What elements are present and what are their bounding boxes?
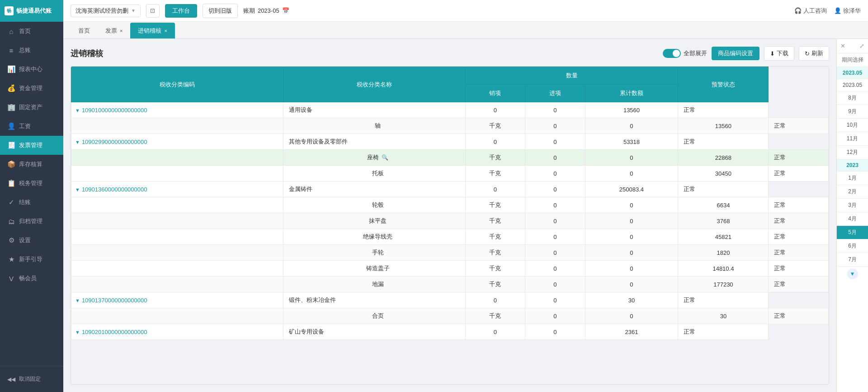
- sidebar-item-home[interactable]: ⌂ 首页: [0, 22, 63, 41]
- table-cell-total: 30: [678, 308, 769, 324]
- sidebar-item-label: 新手引导: [19, 255, 42, 263]
- sidebar-item-checkout[interactable]: ✓ 结账: [0, 193, 63, 212]
- period-item[interactable]: 5月: [837, 226, 868, 239]
- period-item[interactable]: 7月: [837, 253, 868, 267]
- table-cell-unit: 千克: [465, 261, 525, 277]
- tab-reconcile-close[interactable]: ×: [164, 28, 167, 33]
- table-cell-code: ▼10901000000000000000: [71, 102, 283, 118]
- table-cell-purchase: 0: [585, 166, 678, 182]
- sidebar-item-settings[interactable]: ⚙ 设置: [0, 231, 63, 250]
- period-item[interactable]: 11月: [837, 132, 868, 146]
- sidebar-bottom: ◀◀ 取消固定: [0, 366, 63, 392]
- period-list: 2023.052023.058月9月10月11月12月20231月2月3月4月5…: [837, 67, 868, 267]
- table-cell-name: 地漏: [283, 277, 465, 292]
- table-cell-code: [71, 261, 283, 277]
- refresh-button[interactable]: ↻ 刷新: [799, 46, 829, 61]
- product-code-button[interactable]: 商品编码设置: [712, 47, 760, 60]
- item-name: 合页: [372, 312, 384, 320]
- sidebar-item-salary[interactable]: 👤 工资: [0, 117, 63, 136]
- sidebar-item-funds[interactable]: 💰 资金管理: [0, 79, 63, 98]
- period-item[interactable]: 2023.05: [837, 67, 868, 79]
- table-cell-sales: 0: [465, 324, 525, 340]
- period-item[interactable]: 1月: [837, 172, 868, 185]
- sidebar-item-guide[interactable]: ★ 新手引导: [0, 250, 63, 269]
- sidebar-item-archive[interactable]: 🗂 归档管理: [0, 212, 63, 231]
- table-cell-sales: 0: [525, 150, 585, 166]
- download-button[interactable]: ⬇ 下载: [764, 46, 794, 61]
- expand-icon[interactable]: ▼: [75, 330, 80, 335]
- support-item[interactable]: 🎧 人工咨询: [794, 7, 827, 15]
- support-label: 人工咨询: [803, 7, 827, 15]
- assets-icon: 🏢: [7, 103, 15, 111]
- sidebar-item-invoice[interactable]: 🧾 发票管理: [0, 136, 63, 155]
- logo-icon: 畅: [5, 6, 14, 15]
- sidebar-item-member[interactable]: V 畅会员: [0, 269, 63, 288]
- table-cell-purchase: 0: [525, 134, 585, 150]
- funds-icon: 💰: [7, 84, 15, 92]
- sidebar-item-label: 设置: [19, 236, 31, 244]
- table-cell-name: 锻件、粉末冶金件: [283, 292, 465, 308]
- period-value: 2023-05: [258, 7, 279, 14]
- reports-icon: 📊: [7, 65, 15, 73]
- sidebar-item-inventory[interactable]: 📦 库存核算: [0, 155, 63, 174]
- expand-panel-icon[interactable]: ⤢: [859, 43, 864, 49]
- search-icon[interactable]: 🔍: [382, 154, 388, 161]
- period-item[interactable]: 2月: [837, 185, 868, 199]
- inventory-icon: 📦: [7, 160, 15, 168]
- toggle-label: 全部展开: [684, 49, 707, 57]
- tab-invoice[interactable]: 发票 ×: [98, 23, 130, 38]
- period-down-arrow[interactable]: ▼: [847, 268, 858, 279]
- expand-icon[interactable]: ▼: [75, 187, 80, 192]
- expand-icon[interactable]: ▼: [75, 108, 80, 113]
- period-item[interactable]: 2023.05: [837, 79, 868, 91]
- period-item[interactable]: 10月: [837, 119, 868, 132]
- refresh-icon: ↻: [805, 50, 810, 57]
- member-icon: V: [7, 275, 15, 282]
- download-label: 下载: [777, 49, 788, 57]
- workspace-button[interactable]: 工作台: [165, 4, 197, 18]
- invoice-icon: 🧾: [7, 141, 15, 149]
- tab-reconcile[interactable]: 进销稽核 ×: [130, 23, 175, 38]
- tab-reconcile-label: 进销稽核: [138, 27, 161, 35]
- sidebar-item-reports[interactable]: 📊 报表中心: [0, 60, 63, 79]
- company-selector[interactable]: 沈海英测试经营勿删 ▼: [71, 5, 141, 17]
- period-item[interactable]: 4月: [837, 212, 868, 226]
- save-icon: ⊡: [150, 7, 155, 14]
- expand-toggle[interactable]: 全部展开: [663, 49, 707, 58]
- table-cell-sales: 0: [525, 261, 585, 277]
- switch-version-button[interactable]: 切到旧版: [203, 4, 238, 18]
- close-panel-icon[interactable]: ✕: [840, 43, 845, 49]
- table-cell-name: 轴: [283, 118, 465, 134]
- table-cell-status: 正常: [678, 324, 769, 340]
- table-cell-name: 轮毂: [283, 197, 465, 213]
- table-cell-sales: 0: [525, 229, 585, 245]
- expand-icon[interactable]: ▼: [75, 139, 80, 145]
- table-cell-name: 抹平盘: [283, 213, 465, 229]
- sidebar-item-ledger[interactable]: ≡ 总账: [0, 41, 63, 60]
- period-label: 账期: [243, 7, 255, 15]
- sidebar-item-assets[interactable]: 🏢 固定资产: [0, 98, 63, 117]
- user-item[interactable]: 👤 徐泽华: [834, 7, 861, 15]
- period-item[interactable]: 6月: [837, 239, 868, 253]
- expand-icon[interactable]: ▼: [75, 298, 80, 303]
- period-item[interactable]: 2023: [837, 159, 868, 172]
- tab-home[interactable]: 首页: [71, 23, 98, 38]
- sidebar-item-label: 资金管理: [19, 84, 42, 92]
- period-item[interactable]: 12月: [837, 146, 868, 159]
- main-area: 沈海英测试经营勿删 ▼ ⊡ 工作台 切到旧版 账期 2023-05 📅 🎧 人工…: [63, 0, 868, 392]
- sidebar-item-label: 发票管理: [19, 141, 42, 149]
- table-cell-unit: 千克: [465, 213, 525, 229]
- unpin-button[interactable]: ◀◀ 取消固定: [0, 371, 63, 387]
- tab-invoice-close[interactable]: ×: [120, 28, 123, 33]
- save-button[interactable]: ⊡: [146, 4, 160, 18]
- toggle-track[interactable]: [663, 49, 681, 58]
- period-item[interactable]: 8月: [837, 91, 868, 105]
- sidebar-item-tax[interactable]: 📋 税务管理: [0, 174, 63, 193]
- table-cell-sales: 0: [525, 213, 585, 229]
- table-cell-code: [71, 213, 283, 229]
- table-cell-status: 正常: [769, 213, 829, 229]
- period-item[interactable]: 3月: [837, 199, 868, 212]
- page-actions: 全部展开 商品编码设置 ⬇ 下载 ↻ 刷新: [663, 46, 829, 61]
- period-item[interactable]: 9月: [837, 105, 868, 119]
- page-content: 进销稽核 全部展开 商品编码设置 ⬇ 下载 ↻ 刷: [63, 39, 836, 392]
